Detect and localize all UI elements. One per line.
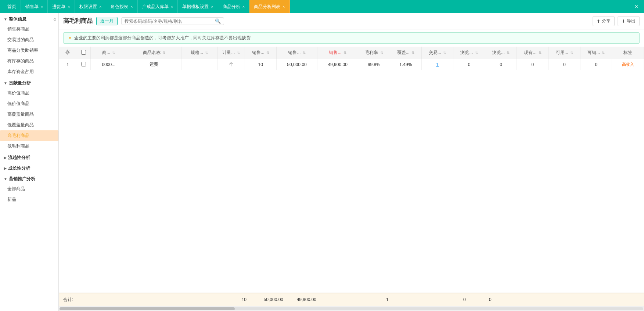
close-icon[interactable]: × <box>68 4 70 9</box>
sidebar-group-overall[interactable]: ▼ 整体信息 <box>0 13 58 24</box>
col-header-trade[interactable]: 交易... ⇅ <box>422 47 453 59</box>
share-icon: ⬆ <box>597 19 600 24</box>
sidebar-item-high-value[interactable]: 高价值商品 <box>0 88 58 98</box>
close-icon[interactable]: × <box>171 4 173 9</box>
col-header-cover[interactable]: 覆盖... ⇅ <box>390 47 421 59</box>
cell-saleable: 0 <box>580 59 612 70</box>
col-header-stock[interactable]: 现有... ⇅ <box>517 47 548 59</box>
nav-tab-home[interactable]: 首页 <box>3 0 21 13</box>
table-row: 1 0000... 运费 个 10 50,000.00 49,900.00 99… <box>59 59 644 70</box>
export-button[interactable]: ⬇ 导出 <box>618 16 640 26</box>
cell-browse1: 0 <box>453 59 485 70</box>
table-header-row: 商... ⇅ 商品名称 ⇅ 规格... ⇅ 计量... <box>59 47 644 59</box>
nav-tab-role[interactable]: 角色授权 × <box>106 0 137 13</box>
nav-tab-goods-analysis[interactable]: 商品分析 × <box>218 0 249 13</box>
cell-browse2: 0 <box>485 59 517 70</box>
close-icon[interactable]: × <box>99 4 101 9</box>
chevron-right-icon: ▶ <box>4 166 7 170</box>
chevron-down-icon: ▼ <box>4 177 7 181</box>
col-header-code[interactable]: 商... ⇅ <box>90 47 127 59</box>
content-header: 高毛利商品 近一月 🔍 ⬆ 分享 ⬇ 导出 <box>59 13 644 29</box>
chevron-down-icon: ▼ <box>4 17 7 21</box>
sidebar-item-stock-capital[interactable]: 库存资金占用 <box>0 66 58 77</box>
col-header-unit[interactable]: 计量... ⇅ <box>217 47 245 59</box>
sort-icon: ⇅ <box>570 51 573 55</box>
window-close-button[interactable]: × <box>632 3 641 10</box>
info-icon: ✦ <box>68 35 72 41</box>
data-table-container: 商... ⇅ 商品名称 ⇅ 规格... ⇅ 计量... <box>59 47 644 293</box>
sidebar-item-stocked-goods[interactable]: 有库存的商品 <box>0 56 58 66</box>
sidebar-group-trend[interactable]: ▶ 流趋性分析 <box>0 152 58 162</box>
total-values: 10 50,000.00 49,900.00 1 0 0 <box>80 297 640 302</box>
horizontal-scrollbar[interactable] <box>59 306 644 311</box>
total-sales-amt: 50,000.00 <box>257 297 290 302</box>
col-header-sales-amt[interactable]: 销售... ⇅ <box>277 47 317 59</box>
col-header-spec[interactable]: 规格... ⇅ <box>181 47 217 59</box>
top-nav: 首页 销售单 × 进货单 × 权限设置 × 角色授权 × 产成品入库单 × 单据… <box>0 0 644 13</box>
sort-icon: ⇅ <box>162 51 165 55</box>
close-icon[interactable]: × <box>130 4 133 9</box>
sidebar-group-contribution[interactable]: ▼ 贡献量分析 <box>0 77 58 88</box>
col-header-name[interactable]: 商品名称 ⇅ <box>127 47 181 59</box>
scrollbar-thumb[interactable] <box>60 307 235 310</box>
col-header-browse1[interactable]: 浏览... ⇅ <box>453 47 485 59</box>
scrollbar-track[interactable] <box>60 307 643 310</box>
search-input[interactable] <box>125 19 215 24</box>
sidebar-group-marketing[interactable]: ▼ 营销推广分析 <box>0 173 58 184</box>
col-header-checkbox[interactable] <box>77 47 90 59</box>
sidebar-item-high-coverage[interactable]: 高覆盖量商品 <box>0 109 58 120</box>
cell-trade[interactable]: 1 <box>422 59 453 70</box>
sidebar-group-growth[interactable]: ▶ 成长性分析 <box>0 162 58 173</box>
col-header-avail[interactable]: 可用... ⇅ <box>548 47 580 59</box>
share-button[interactable]: ⬆ 分享 <box>593 16 615 26</box>
chevron-down-icon: ▼ <box>4 81 7 85</box>
sidebar-item-sales-goods[interactable]: 销售类商品 <box>0 24 58 35</box>
row-checkbox[interactable] <box>81 62 86 66</box>
close-icon[interactable]: × <box>283 4 285 9</box>
nav-tab-template[interactable]: 单据模板设置 × <box>178 0 218 13</box>
sidebar-item-traded-goods[interactable]: 交易过的商品 <box>0 35 58 45</box>
sidebar-item-low-coverage[interactable]: 低覆盖量商品 <box>0 120 58 130</box>
sidebar-item-low-margin[interactable]: 低毛利商品 <box>0 141 58 152</box>
nav-tab-product-in[interactable]: 产成品入库单 × <box>138 0 178 13</box>
sidebar-item-low-value[interactable]: 低价值商品 <box>0 98 58 109</box>
col-header-saleable[interactable]: 可销... ⇅ <box>580 47 612 59</box>
sort-icon: ⇅ <box>112 51 115 55</box>
total-browse2 <box>426 297 451 302</box>
sort-icon: ⇅ <box>411 51 414 55</box>
nav-tab-purchase[interactable]: 进货单 × <box>48 0 75 13</box>
close-icon[interactable]: × <box>211 4 213 9</box>
filter-recent-month-button[interactable]: 近一月 <box>96 17 118 25</box>
col-header-tag[interactable]: 标签 <box>612 47 644 59</box>
cell-code: 0000... <box>90 59 127 70</box>
close-icon[interactable]: × <box>41 4 43 9</box>
sidebar-item-new-goods[interactable]: 新品 <box>0 194 58 205</box>
nav-tab-goods-list[interactable]: 商品分析列表 × <box>249 0 289 13</box>
total-cover <box>349 297 374 302</box>
export-icon: ⬇ <box>622 19 625 24</box>
sidebar-item-all-goods[interactable]: 全部商品 <box>0 184 58 194</box>
col-header-browse2[interactable]: 浏览... ⇅ <box>485 47 517 59</box>
total-stock: 0 <box>451 297 477 302</box>
page-title: 高毛利商品 <box>63 17 93 25</box>
sidebar-collapse-button[interactable]: « <box>53 16 56 22</box>
search-icon[interactable]: 🔍 <box>215 18 221 24</box>
col-header-sales-cost[interactable]: 销售... ⇅ <box>317 47 358 59</box>
col-header-gross-rate[interactable]: 毛利率 ⇅ <box>358 47 390 59</box>
close-icon[interactable]: × <box>242 4 245 9</box>
sort-icon: ⇅ <box>237 51 240 55</box>
sort-icon: ⇅ <box>380 51 383 55</box>
nav-tab-sales[interactable]: 销售单 × <box>21 0 48 13</box>
total-browse1 <box>400 297 426 302</box>
nav-tab-permission[interactable]: 权限设置 × <box>75 0 106 13</box>
sidebar-item-high-margin[interactable]: 高毛利商品 <box>0 130 58 141</box>
col-header-settings[interactable] <box>59 47 77 59</box>
chevron-right-icon: ▶ <box>4 156 7 160</box>
total-avail: 0 <box>477 297 503 302</box>
select-all-checkbox[interactable] <box>81 50 86 55</box>
sidebar-item-category-rate[interactable]: 商品分类助销率 <box>0 45 58 56</box>
sidebar: « ▼ 整体信息 销售类商品 交易过的商品 商品分类助销率 有库存的商品 库存资… <box>0 13 59 311</box>
col-header-sales-qty[interactable]: 销售... ⇅ <box>245 47 276 59</box>
cell-sales-cost: 49,900.00 <box>317 59 358 70</box>
cell-check[interactable] <box>77 59 90 70</box>
